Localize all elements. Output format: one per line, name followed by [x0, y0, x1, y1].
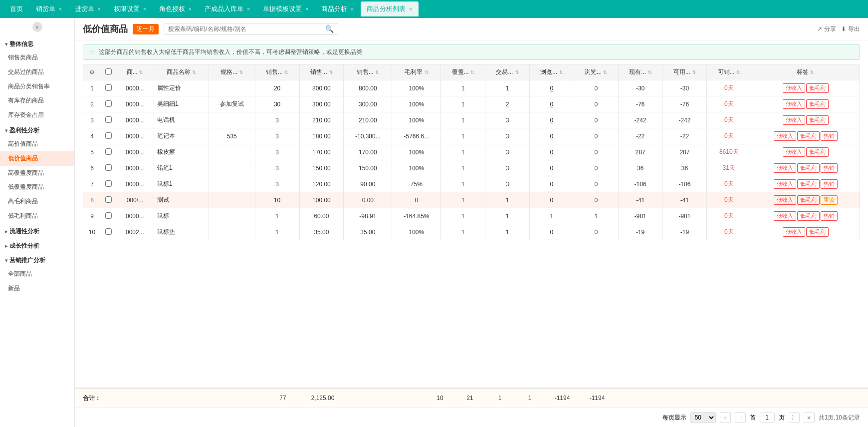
share-button[interactable]: ↗ 分享 [817, 25, 836, 33]
nav-template-settings-close[interactable]: × [305, 6, 308, 12]
nav-role-auth-close[interactable]: × [189, 6, 192, 12]
row-checkbox[interactable] [105, 212, 112, 219]
search-icon[interactable]: 🔍 [325, 25, 334, 33]
sidebar-group-flow[interactable]: ▸ 流通性分析 [0, 223, 74, 238]
page-number-input[interactable] [760, 413, 775, 423]
sidebar-item-low-value[interactable]: 低价值商品 [0, 151, 74, 166]
nav-product-stock[interactable]: 产成品入库单 × [199, 1, 256, 16]
sidebar-group-marketing[interactable]: ▾ 营销推广分析 [0, 252, 74, 267]
cell-view1[interactable]: 0 [530, 224, 574, 240]
last-page-btn[interactable]: » [804, 412, 815, 423]
export-button[interactable]: ⬇ 导出 [841, 25, 860, 33]
sidebar-item-sales-products[interactable]: 销售类商品 [0, 50, 74, 65]
nav-product-stock-close[interactable]: × [247, 6, 250, 12]
view1-link[interactable]: 1 [550, 213, 554, 220]
date-badge[interactable]: 近一月 [133, 24, 159, 34]
nav-permissions-close[interactable]: × [143, 6, 146, 12]
nav-purchase-order-close[interactable]: × [98, 6, 101, 12]
cell-checkbox[interactable] [101, 208, 116, 224]
row-checkbox[interactable] [105, 228, 112, 235]
row-checkbox[interactable] [105, 196, 112, 203]
cell-view1[interactable]: 0 [530, 176, 574, 192]
cell-checkbox[interactable] [101, 144, 116, 160]
view1-link[interactable]: 0 [550, 197, 554, 204]
sidebar-collapse-btn[interactable]: « [32, 22, 42, 32]
cell-view1[interactable]: 0 [530, 128, 574, 144]
sidebar-group-profitability[interactable]: ▾ 盈利性分析 [0, 122, 74, 137]
row-checkbox[interactable] [105, 84, 112, 91]
row-checkbox[interactable] [105, 148, 112, 155]
nav-product-analysis-close[interactable]: × [351, 6, 354, 12]
nav-permissions[interactable]: 权限设置 × [108, 1, 152, 16]
sidebar-item-low-coverage[interactable]: 低覆盖度商品 [0, 180, 74, 194]
view1-link[interactable]: 0 [550, 181, 554, 188]
sidebar-group-growth[interactable]: ▸ 成长性分析 [0, 238, 74, 252]
nav-role-auth[interactable]: 角色授权 × [153, 1, 198, 16]
cell-view1[interactable]: 0 [530, 144, 574, 160]
cell-view1[interactable]: 0 [530, 96, 574, 112]
header-checkbox[interactable] [101, 64, 116, 80]
nav-product-analysis-list-close[interactable]: × [409, 6, 412, 12]
nav-product-analysis-list[interactable]: 商品分析列表 × [361, 1, 418, 16]
cell-view1[interactable]: 1 [530, 208, 574, 224]
header-transaction[interactable]: 交易... ⇅ [485, 64, 530, 80]
view1-link[interactable]: 0 [550, 149, 554, 156]
sidebar-item-high-margin[interactable]: 高毛利商品 [0, 194, 74, 209]
header-coverage[interactable]: 覆盖... ⇅ [441, 64, 485, 80]
sidebar-item-low-margin[interactable]: 低毛利商品 [0, 209, 74, 223]
view1-link[interactable]: 0 [550, 165, 554, 172]
header-saleable[interactable]: 可销... ⇅ [707, 64, 751, 80]
nav-purchase-order[interactable]: 进货单 × [69, 1, 107, 16]
sidebar-group-overall[interactable]: ▾ 整体信息 [0, 36, 74, 50]
header-tags[interactable]: 标签 ⇅ [751, 64, 860, 80]
nav-sales-order-close[interactable]: × [59, 6, 62, 12]
sidebar-item-high-value[interactable]: 高价值商品 [0, 137, 74, 151]
view1-link[interactable]: 0 [550, 85, 554, 92]
next-page-btn[interactable]: 〉 [789, 412, 800, 423]
header-current-stock[interactable]: 现有... ⇅ [618, 64, 662, 80]
cell-checkbox[interactable] [101, 224, 116, 240]
table-container[interactable]: ⚙ 商... ⇅ 商品名称 ⇅ 规格... ⇅ 销售... ⇅ 销售... ⇅ … [75, 64, 868, 388]
first-page-btn[interactable]: « [720, 412, 731, 423]
cell-checkbox[interactable] [101, 96, 116, 112]
header-gross-margin[interactable]: 毛利率 ⇅ [392, 64, 441, 80]
header-sales-profit[interactable]: 销售... ⇅ [344, 64, 392, 80]
nav-sales-order[interactable]: 销货单 × [30, 1, 68, 16]
header-view1[interactable]: 浏览... ⇅ [530, 64, 574, 80]
cell-view1[interactable]: 0 [530, 112, 574, 128]
row-checkbox[interactable] [105, 164, 112, 171]
header-view2[interactable]: 浏览... ⇅ [574, 64, 618, 80]
header-code[interactable]: 商... ⇅ [116, 64, 154, 80]
sidebar-item-stock-products[interactable]: 有库存的商品 [0, 93, 74, 108]
row-checkbox[interactable] [105, 180, 112, 187]
header-name[interactable]: 商品名称 ⇅ [154, 64, 209, 80]
cell-checkbox[interactable] [101, 176, 116, 192]
header-available-stock[interactable]: 可用... ⇅ [662, 64, 707, 80]
cell-checkbox[interactable] [101, 80, 116, 96]
row-checkbox[interactable] [105, 100, 112, 107]
header-settings[interactable]: ⚙ [83, 64, 101, 80]
search-input[interactable] [168, 25, 323, 32]
sidebar-item-new-products[interactable]: 新品 [0, 281, 74, 296]
sidebar-item-category-sales-rate[interactable]: 商品分类销售率 [0, 79, 74, 94]
prev-page-btn[interactable]: 〈 [735, 412, 746, 423]
cell-view1[interactable]: 0 [530, 160, 574, 176]
row-checkbox[interactable] [105, 132, 112, 139]
select-all-checkbox[interactable] [105, 68, 112, 75]
sidebar-item-high-coverage[interactable]: 高覆盖度商品 [0, 166, 74, 180]
view1-link[interactable]: 0 [550, 133, 554, 140]
view1-link[interactable]: 0 [550, 117, 554, 124]
cell-checkbox[interactable] [101, 112, 116, 128]
sidebar-item-all-products[interactable]: 全部商品 [0, 267, 74, 281]
cell-view1[interactable]: 0 [530, 80, 574, 96]
sidebar-item-stock-capital[interactable]: 库存资金占用 [0, 108, 74, 122]
view1-link[interactable]: 0 [550, 229, 554, 236]
header-spec[interactable]: 规格... ⇅ [209, 64, 255, 80]
cell-view1[interactable]: 0 [530, 192, 574, 208]
header-sales-qty[interactable]: 销售... ⇅ [255, 64, 299, 80]
header-sales-amount[interactable]: 销售... ⇅ [299, 64, 344, 80]
nav-template-settings[interactable]: 单据模板设置 × [257, 1, 314, 16]
cell-checkbox[interactable] [101, 160, 116, 176]
page-size-select[interactable]: 50 100 200 [690, 412, 716, 423]
nav-product-analysis[interactable]: 商品分析 × [315, 1, 360, 16]
